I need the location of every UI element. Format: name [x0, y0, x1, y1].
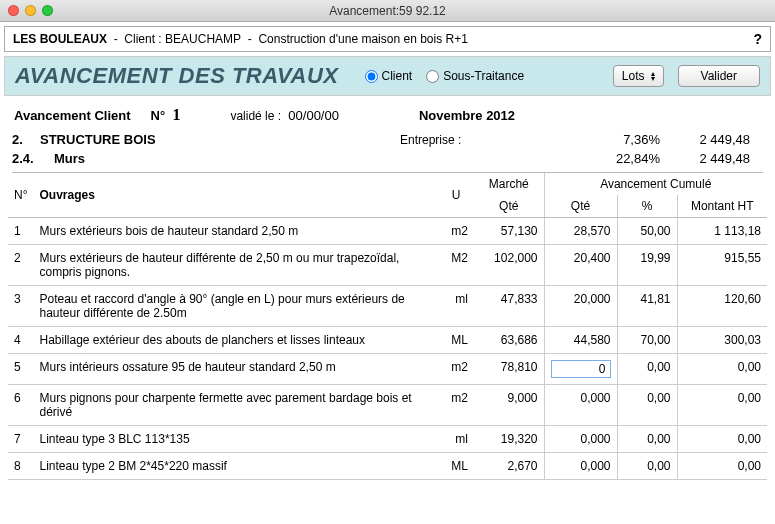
num-value: 1	[172, 106, 180, 123]
cell-u: M2	[438, 245, 474, 286]
cell-no: 8	[8, 453, 33, 480]
cell-qte: 20,400	[544, 245, 617, 286]
radio-client-label: Client	[382, 69, 413, 83]
col-montant: Montant HT	[677, 195, 767, 218]
cell-u: ml	[438, 426, 474, 453]
cell-qte: 20,000	[544, 286, 617, 327]
cell-pct: 0,00	[617, 426, 677, 453]
cell-marche-qte: 102,000	[474, 245, 544, 286]
cell-montant: 0,00	[677, 354, 767, 385]
cell-pct: 0,00	[617, 385, 677, 426]
cell-montant: 915,55	[677, 245, 767, 286]
validate-button[interactable]: Valider	[678, 65, 760, 87]
project-sep2: -	[241, 32, 258, 46]
cell-ouvrage: Murs extérieurs bois de hauteur standard…	[33, 218, 438, 245]
avancement-title: Avancement Client	[14, 108, 131, 123]
help-icon[interactable]: ?	[753, 31, 762, 47]
section-row-structure: 2. STRUCTURE BOIS Entreprise : 7,36% 2 4…	[12, 130, 763, 149]
valide-group: validé le : 00/00/00	[230, 108, 339, 123]
sub-header: Avancement Client N° 1 validé le : 00/00…	[0, 100, 775, 130]
section-pct: 22,84%	[580, 151, 660, 166]
radio-client[interactable]: Client	[365, 69, 413, 83]
cell-montant: 0,00	[677, 385, 767, 426]
table-row[interactable]: 6Murs pignons pour charpente fermette av…	[8, 385, 767, 426]
radio-soustraitance-label: Sous-Traitance	[443, 69, 524, 83]
cell-pct: 70,00	[617, 327, 677, 354]
cell-u: m2	[438, 385, 474, 426]
section-amount: 2 449,48	[660, 151, 750, 166]
cell-no: 4	[8, 327, 33, 354]
cell-montant: 300,03	[677, 327, 767, 354]
col-pct: %	[617, 195, 677, 218]
cell-ouvrage: Habillage extérieur des abouts de planch…	[33, 327, 438, 354]
col-no: N°	[8, 173, 33, 218]
cell-ouvrage: Murs pignons pour charpente fermette ave…	[33, 385, 438, 426]
client-name: BEAUCHAMP	[162, 32, 241, 46]
valide-label: validé le :	[230, 109, 281, 123]
col-avancement: Avancement Cumulé	[544, 173, 767, 195]
cell-no: 3	[8, 286, 33, 327]
cell-u: m2	[438, 354, 474, 385]
cell-no: 1	[8, 218, 33, 245]
cell-ouvrage: Poteau et raccord d'angle à 90° (angle e…	[33, 286, 438, 327]
cell-marche-qte: 2,670	[474, 453, 544, 480]
section-summary: 2. STRUCTURE BOIS Entreprise : 7,36% 2 4…	[0, 130, 775, 168]
cell-marche-qte: 19,320	[474, 426, 544, 453]
table-row[interactable]: 2Murs extérieurs de hauteur différente d…	[8, 245, 767, 286]
lots-label: Lots	[622, 69, 645, 83]
cell-ouvrage: Linteau type 2 BM 2*45*220 massif	[33, 453, 438, 480]
cell-montant: 120,60	[677, 286, 767, 327]
chevron-updown-icon: ▴▾	[651, 71, 655, 81]
cell-marche-qte: 47,833	[474, 286, 544, 327]
cell-ouvrage: Murs extérieurs de hauteur différente de…	[33, 245, 438, 286]
cell-pct: 19,99	[617, 245, 677, 286]
table-body: 1Murs extérieurs bois de hauteur standar…	[8, 218, 767, 480]
col-marche-qte: Qté	[474, 195, 544, 218]
num-group: N° 1	[151, 106, 181, 124]
cell-qte: 28,570	[544, 218, 617, 245]
table-row[interactable]: 4Habillage extérieur des abouts de planc…	[8, 327, 767, 354]
page-header: AVANCEMENT DES TRAVAUX Client Sous-Trait…	[4, 56, 771, 96]
qte-input[interactable]: 0	[551, 360, 611, 378]
table-row[interactable]: 5Murs intérieurs ossature 95 de hauteur …	[8, 354, 767, 385]
cell-marche-qte: 63,686	[474, 327, 544, 354]
table-row[interactable]: 3Poteau et raccord d'angle à 90° (angle …	[8, 286, 767, 327]
num-label: N°	[151, 108, 166, 123]
cell-no: 5	[8, 354, 33, 385]
project-description: Construction d'une maison en bois R+1	[258, 32, 467, 46]
cell-pct: 50,00	[617, 218, 677, 245]
section-row-murs: 2.4. Murs 22,84% 2 449,48	[12, 149, 763, 168]
cell-montant: 0,00	[677, 453, 767, 480]
project-bar: LES BOULEAUX - Client : BEAUCHAMP - Cons…	[4, 26, 771, 52]
section-pct: 7,36%	[580, 132, 660, 147]
cell-qte[interactable]: 0	[544, 354, 617, 385]
radio-soustraitance-input[interactable]	[426, 70, 439, 83]
table-row[interactable]: 1Murs extérieurs bois de hauteur standar…	[8, 218, 767, 245]
table-row[interactable]: 7Linteau type 3 BLC 113*135ml19,3200,000…	[8, 426, 767, 453]
radio-client-input[interactable]	[365, 70, 378, 83]
col-u: U	[438, 173, 474, 218]
cell-montant: 1 113,18	[677, 218, 767, 245]
client-label: Client :	[124, 32, 161, 46]
works-table: N° Ouvrages U Marché Avancement Cumulé Q…	[8, 173, 767, 480]
radio-soustraitance[interactable]: Sous-Traitance	[426, 69, 524, 83]
cell-marche-qte: 9,000	[474, 385, 544, 426]
window-titlebar: Avancement:59 92.12	[0, 0, 775, 22]
cell-qte: 0,000	[544, 385, 617, 426]
section-idx: 2.4.	[12, 151, 40, 166]
period: Novembre 2012	[419, 108, 515, 123]
cell-no: 2	[8, 245, 33, 286]
cell-qte: 44,580	[544, 327, 617, 354]
cell-ouvrage: Linteau type 3 BLC 113*135	[33, 426, 438, 453]
cell-u: ML	[438, 327, 474, 354]
cell-marche-qte: 78,810	[474, 354, 544, 385]
entreprise-label: Entreprise :	[400, 133, 480, 147]
col-qte: Qté	[544, 195, 617, 218]
table-row[interactable]: 8Linteau type 2 BM 2*45*220 massifML2,67…	[8, 453, 767, 480]
lots-select[interactable]: Lots ▴▾	[613, 65, 664, 87]
cell-no: 6	[8, 385, 33, 426]
cell-u: ml	[438, 286, 474, 327]
cell-pct: 0,00	[617, 354, 677, 385]
cell-marche-qte: 57,130	[474, 218, 544, 245]
cell-qte: 0,000	[544, 426, 617, 453]
